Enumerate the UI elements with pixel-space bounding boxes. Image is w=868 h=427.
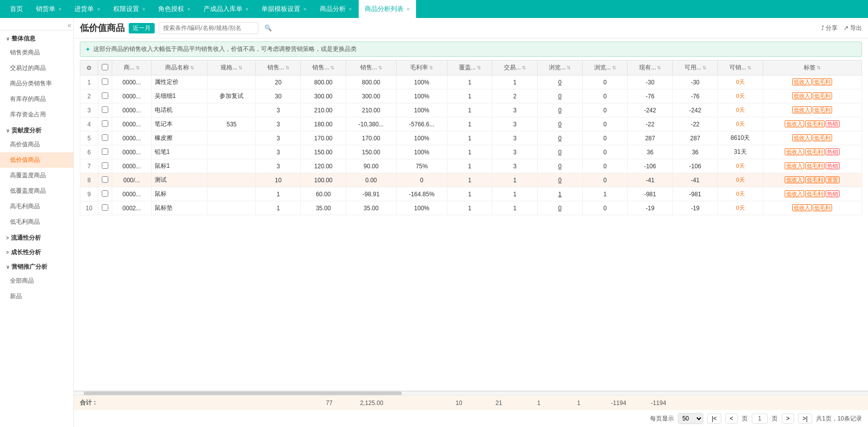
sidebar-item-high-coverage[interactable]: 高覆盖度商品 xyxy=(0,168,73,183)
sidebar-item-traded-goods[interactable]: 交易过的商品 xyxy=(0,60,73,76)
row-checkbox[interactable] xyxy=(102,134,108,141)
cell-browse1[interactable]: 0 xyxy=(537,117,582,131)
sidebar-item-high-margin[interactable]: 高毛利商品 xyxy=(0,199,73,214)
sidebar-item-low-coverage[interactable]: 低覆盖度商品 xyxy=(0,183,73,199)
col-sales-amount[interactable]: 销售...⇅ xyxy=(346,60,396,75)
cell-browse1[interactable]: 0 xyxy=(537,103,582,117)
nav-roles[interactable]: 角色授权 × xyxy=(152,0,196,18)
col-sellable[interactable]: 可销...⇅ xyxy=(718,60,763,75)
col-browse2[interactable]: 浏览...⇅ xyxy=(583,60,628,75)
nav-purchase[interactable]: 进货单 × xyxy=(68,0,106,18)
sidebar-item-stock-goods[interactable]: 有库存的商品 xyxy=(0,91,73,107)
cell-checkbox[interactable] xyxy=(98,117,112,131)
col-spec[interactable]: 规格...⇅ xyxy=(208,60,256,75)
browse1-link[interactable]: 0 xyxy=(558,163,562,170)
cell-checkbox[interactable] xyxy=(98,187,112,201)
sidebar-item-new-goods[interactable]: 新品 xyxy=(0,289,73,304)
cell-checkbox[interactable] xyxy=(98,173,112,187)
export-button[interactable]: ↗ 导出 xyxy=(844,24,862,32)
close-template-icon[interactable]: × xyxy=(303,6,306,12)
cell-checkbox[interactable] xyxy=(98,89,112,103)
col-current[interactable]: 现有...⇅ xyxy=(628,60,672,75)
prev-page-btn[interactable]: < xyxy=(725,414,738,424)
sidebar-item-high-value[interactable]: 高价值商品 xyxy=(0,137,73,152)
cell-browse1[interactable]: 0 xyxy=(537,173,582,187)
col-browse1[interactable]: 浏览...⇅ xyxy=(537,60,582,75)
row-checkbox[interactable] xyxy=(102,78,108,85)
row-checkbox[interactable] xyxy=(102,204,108,211)
sidebar-group-growth[interactable]: > 成长性分析 xyxy=(0,244,73,259)
nav-product-inbound[interactable]: 产成品入库单 × xyxy=(198,0,254,18)
nav-product-analysis[interactable]: 商品分析 × xyxy=(314,0,358,18)
browse1-link[interactable]: 0 xyxy=(558,79,562,86)
sidebar-item-sales-goods[interactable]: 销售类商品 xyxy=(0,45,73,60)
browse1-link[interactable]: 1 xyxy=(558,191,562,198)
col-margin[interactable]: 毛利率⇅ xyxy=(396,60,447,75)
row-checkbox[interactable] xyxy=(102,148,108,155)
sidebar-group-liquidity[interactable]: > 流通性分析 xyxy=(0,230,73,244)
nav-sales-order[interactable]: 销货单 × xyxy=(30,0,67,18)
row-checkbox[interactable] xyxy=(102,92,108,99)
search-input[interactable] xyxy=(159,22,258,34)
close-product-analysis-icon[interactable]: × xyxy=(349,6,352,12)
sidebar-item-all-goods[interactable]: 全部商品 xyxy=(0,273,73,289)
per-page-select[interactable]: 50 100 200 xyxy=(678,413,703,424)
close-product-inbound-icon[interactable]: × xyxy=(245,6,248,12)
row-checkbox[interactable] xyxy=(102,190,108,197)
cell-checkbox[interactable] xyxy=(98,159,112,173)
browse1-link[interactable]: 0 xyxy=(558,177,562,184)
browse1-link[interactable]: 0 xyxy=(558,121,562,128)
col-tags[interactable]: 标签⇅ xyxy=(763,60,862,75)
close-list-icon[interactable]: × xyxy=(407,6,410,12)
cell-browse1[interactable]: 1 xyxy=(537,187,582,201)
cell-checkbox[interactable] xyxy=(98,75,112,89)
browse1-link[interactable]: 0 xyxy=(558,107,562,114)
first-page-btn[interactable]: |< xyxy=(707,414,721,424)
close-permissions-icon[interactable]: × xyxy=(142,6,145,12)
next-page-btn[interactable]: > xyxy=(782,414,794,424)
nav-home[interactable]: 首页 xyxy=(4,0,29,18)
cell-checkbox[interactable] xyxy=(98,145,112,159)
nav-permissions[interactable]: 权限设置 × xyxy=(107,0,151,18)
last-page-btn[interactable]: >| xyxy=(798,414,812,424)
collapse-sidebar-btn[interactable]: « xyxy=(67,21,71,29)
col-transaction[interactable]: 交易...⇅ xyxy=(492,60,537,75)
sidebar-item-stock-funds[interactable]: 库存资金占用 xyxy=(0,107,73,122)
browse1-link[interactable]: 0 xyxy=(558,135,562,142)
col-settings[interactable]: ⚙ xyxy=(80,60,98,75)
row-checkbox[interactable] xyxy=(102,106,108,113)
close-purchase-icon[interactable]: × xyxy=(97,6,100,12)
select-all-checkbox[interactable] xyxy=(102,64,108,70)
cell-browse1[interactable]: 0 xyxy=(537,75,582,89)
col-sales-price[interactable]: 销售...⇅ xyxy=(301,60,346,75)
sidebar-item-category-rate[interactable]: 商品分类销售率 xyxy=(0,76,73,91)
close-sales-order-icon[interactable]: × xyxy=(58,6,61,12)
cell-checkbox[interactable] xyxy=(98,103,112,117)
row-checkbox[interactable] xyxy=(102,176,108,183)
close-roles-icon[interactable]: × xyxy=(187,6,190,12)
sidebar-group-contribution[interactable]: ∨ 贡献度分析 xyxy=(0,122,73,137)
browse1-link[interactable]: 0 xyxy=(558,205,562,212)
cell-checkbox[interactable] xyxy=(98,201,112,215)
nav-template[interactable]: 单据模板设置 × xyxy=(255,0,312,18)
col-checkbox[interactable] xyxy=(98,60,112,75)
col-available[interactable]: 可用...⇅ xyxy=(672,60,717,75)
row-checkbox[interactable] xyxy=(102,120,108,127)
table-container[interactable]: ⚙ 商...⇅ 商品名称⇅ 规格...⇅ 销售...⇅ 销售...⇅ 销售...… xyxy=(74,60,868,391)
search-icon[interactable]: 🔍 xyxy=(264,24,272,31)
cell-browse1[interactable]: 0 xyxy=(537,131,582,145)
cell-browse1[interactable]: 0 xyxy=(537,89,582,103)
sidebar-group-marketing[interactable]: ∨ 营销推广分析 xyxy=(0,259,73,273)
col-name[interactable]: 商品名称⇅ xyxy=(151,60,208,75)
date-tag-btn[interactable]: 近一月 xyxy=(129,23,155,33)
cell-browse1[interactable]: 0 xyxy=(537,145,582,159)
share-button[interactable]: ⤴ 分享 xyxy=(821,24,838,32)
sidebar-item-low-value[interactable]: 低价值商品 xyxy=(0,152,73,168)
cell-browse1[interactable]: 0 xyxy=(537,201,582,215)
browse1-link[interactable]: 0 xyxy=(558,149,562,156)
col-code[interactable]: 商...⇅ xyxy=(112,60,152,75)
cell-checkbox[interactable] xyxy=(98,131,112,145)
browse1-link[interactable]: 0 xyxy=(558,93,562,100)
cell-browse1[interactable]: 0 xyxy=(537,159,582,173)
nav-product-analysis-list[interactable]: 商品分析列表 × xyxy=(359,0,416,18)
